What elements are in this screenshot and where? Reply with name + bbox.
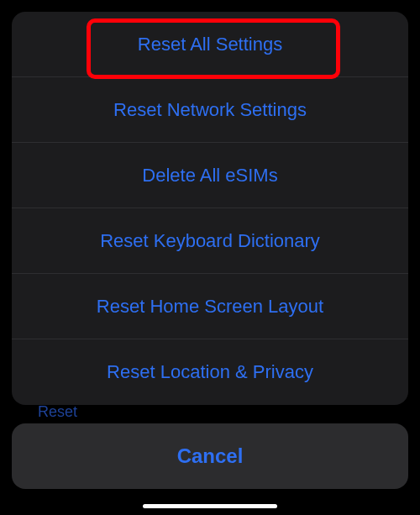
home-indicator[interactable] xyxy=(143,504,277,508)
cancel-button[interactable]: Cancel xyxy=(12,423,408,489)
delete-all-esims-button[interactable]: Delete All eSIMs xyxy=(12,143,408,208)
option-label: Delete All eSIMs xyxy=(142,165,277,187)
cancel-label: Cancel xyxy=(177,444,244,468)
reset-location-privacy-button[interactable]: Reset Location & Privacy xyxy=(12,339,408,405)
cancel-container: Cancel xyxy=(12,423,408,489)
option-label: Reset Location & Privacy xyxy=(107,361,313,383)
reset-all-settings-button[interactable]: Reset All Settings xyxy=(12,12,408,77)
option-label: Reset Home Screen Layout xyxy=(97,296,323,318)
reset-network-settings-button[interactable]: Reset Network Settings xyxy=(12,77,408,143)
background-reset-label: Reset xyxy=(38,403,77,420)
option-label: Reset Keyboard Dictionary xyxy=(100,230,320,252)
reset-home-screen-layout-button[interactable]: Reset Home Screen Layout xyxy=(12,274,408,339)
background-reset-row: Reset xyxy=(38,403,77,421)
option-label: Reset Network Settings xyxy=(113,99,307,121)
option-label: Reset All Settings xyxy=(138,34,282,55)
action-sheet: Reset All Settings Reset Network Setting… xyxy=(12,12,408,405)
reset-keyboard-dictionary-button[interactable]: Reset Keyboard Dictionary xyxy=(12,208,408,274)
